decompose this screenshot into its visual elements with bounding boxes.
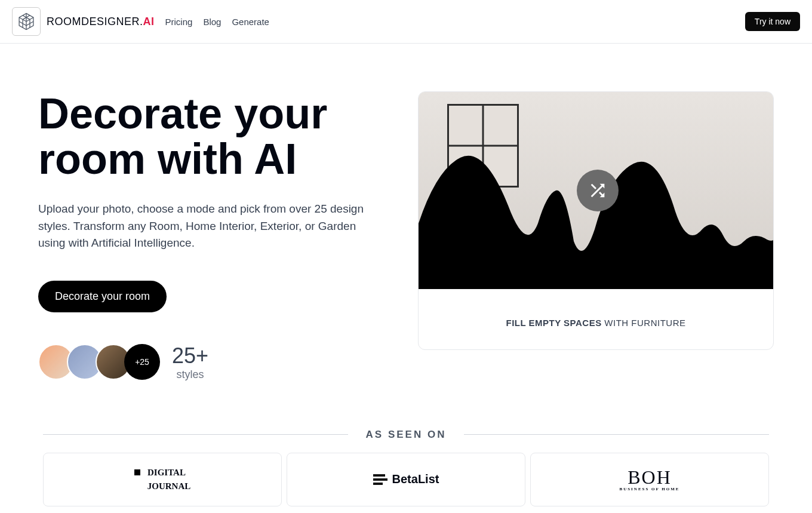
try-it-now-button[interactable]: Try it now xyxy=(745,12,800,31)
caption-rest: WITH FURNITURE xyxy=(602,318,686,328)
decorate-room-button[interactable]: Decorate your room xyxy=(38,281,167,312)
brand-name: ROOMDESIGNER. xyxy=(47,16,143,27)
press-logo-card[interactable]: BetaList xyxy=(287,453,525,506)
preview-image xyxy=(419,92,773,289)
caption-bold: FILL EMPTY SPACES xyxy=(506,318,601,328)
divider xyxy=(464,434,769,435)
styles-text: 25+ styles xyxy=(172,343,208,381)
hero-right: FILL EMPTY SPACES WITH FURNITURE xyxy=(418,91,774,381)
preview-caption: FILL EMPTY SPACES WITH FURNITURE xyxy=(419,289,773,349)
hero-title: Decorate your room with AI xyxy=(38,91,394,182)
nav-link-pricing[interactable]: Pricing xyxy=(165,17,193,27)
as-seen-title: AS SEEN ON xyxy=(366,429,447,441)
header-left: ROOMDESIGNER.AI Pricing Blog Generate xyxy=(12,7,269,36)
main-content: Decorate your room with AI Upload your p… xyxy=(0,44,812,381)
digital-journal-logo: DIGITAL JOURNAL xyxy=(134,468,191,490)
as-seen-section: AS SEEN ON DIGITAL JOURNAL BetaList BOH … xyxy=(0,429,812,506)
style-avatars: +25 xyxy=(38,344,160,380)
boh-logo: BOH BUSINESS OF HOME xyxy=(620,468,680,492)
logo-icon xyxy=(12,7,41,36)
nav-link-blog[interactable]: Blog xyxy=(203,17,221,27)
shuffle-icon xyxy=(588,180,608,201)
style-count-badge: +25 xyxy=(124,344,160,380)
press-logos: DIGITAL JOURNAL BetaList BOH BUSINESS OF… xyxy=(43,453,769,506)
styles-row: +25 25+ styles xyxy=(38,343,394,381)
press-logo-card[interactable]: BOH BUSINESS OF HOME xyxy=(530,453,769,506)
shuffle-button[interactable] xyxy=(577,170,619,211)
menu-icon xyxy=(373,474,387,485)
site-header: ROOMDESIGNER.AI Pricing Blog Generate Tr… xyxy=(0,0,812,44)
main-nav: Pricing Blog Generate xyxy=(165,17,269,27)
nav-link-generate[interactable]: Generate xyxy=(232,17,269,27)
preview-card: FILL EMPTY SPACES WITH FURNITURE xyxy=(418,91,774,350)
logo[interactable]: ROOMDESIGNER.AI xyxy=(12,7,155,36)
hero-left: Decorate your room with AI Upload your p… xyxy=(38,91,394,381)
styles-number: 25+ xyxy=(172,343,208,368)
mountains-graphic xyxy=(419,134,773,289)
styles-label: styles xyxy=(172,368,208,381)
hero-description: Upload your photo, choose a mode and pic… xyxy=(38,201,385,252)
brand-suffix: AI xyxy=(143,16,155,27)
divider xyxy=(43,434,348,435)
press-logo-card[interactable]: DIGITAL JOURNAL xyxy=(43,453,282,506)
betalist-logo: BetaList xyxy=(373,472,439,486)
as-seen-header: AS SEEN ON xyxy=(43,429,769,441)
logo-text: ROOMDESIGNER.AI xyxy=(47,16,155,28)
